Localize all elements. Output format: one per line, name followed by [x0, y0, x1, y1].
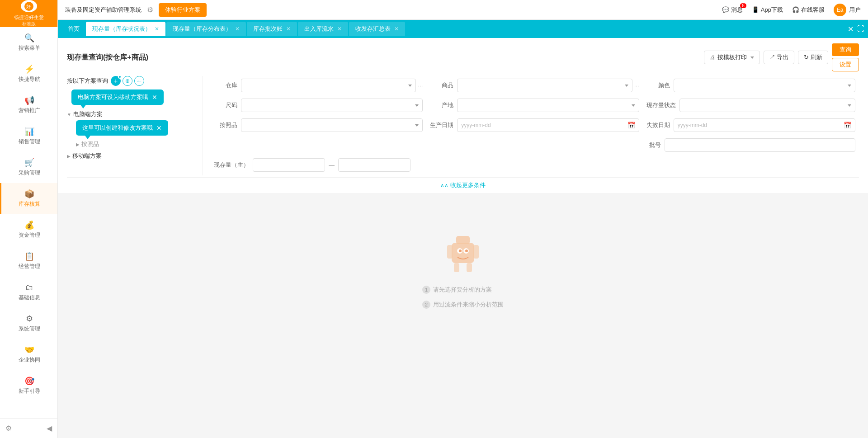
produce-date-placeholder: yyyy-mm-dd	[461, 122, 491, 128]
topbar-settings-btn[interactable]: ⚙	[147, 5, 153, 14]
sidebar-item-finance[interactable]: 💰 资金管理	[0, 214, 57, 245]
empty-tip-2: 2 用过滤条件来缩小分析范围	[422, 298, 504, 311]
back-btn[interactable]: ←	[134, 76, 144, 86]
experience-btn[interactable]: 体验行业方案	[159, 3, 207, 17]
tab-close-collect[interactable]: ✕	[394, 26, 399, 32]
sidebar-item-inventory[interactable]: 📦 库存核算	[0, 183, 57, 214]
label-category: 按照品	[214, 121, 241, 129]
field-category: 按照品	[210, 116, 426, 135]
label-color: 颜色	[646, 81, 674, 89]
online-service-btn[interactable]: 🎧 在线客服	[792, 6, 825, 14]
export-btn[interactable]: ↗ 导出	[764, 51, 795, 64]
export-icon: ↗	[769, 54, 775, 61]
tab-inventory-status[interactable]: 现存量（库存状况表） ✕	[86, 22, 165, 36]
tab-expand-icon[interactable]: ⛶	[857, 25, 864, 33]
tab-batch[interactable]: 库存批次账 ✕	[247, 22, 297, 36]
select-origin[interactable]	[457, 99, 639, 112]
tab-close-inout[interactable]: ✕	[337, 26, 342, 32]
sidebar-bottom: ⚙ ◀	[0, 418, 57, 438]
sidebar-item-purchase[interactable]: 🛒 采购管理	[0, 152, 57, 183]
select-warehouse[interactable]	[241, 79, 416, 92]
sidebar-item-marketing[interactable]: 📢 营销推广	[0, 89, 57, 121]
tab-close-inventory-status[interactable]: ✕	[155, 26, 159, 32]
tab-inventory-dist[interactable]: 现存量（库存分布表） ✕	[166, 22, 246, 36]
input-produce-date[interactable]: yyyy-mm-dd 📅	[457, 118, 639, 132]
warehouse-more-icon[interactable]: ···	[418, 82, 423, 89]
pc-scheme-arrow: ▼	[67, 112, 71, 117]
message-btn[interactable]: 💬 消息 8	[722, 6, 743, 14]
field-produce-date: 生产日期 yyyy-mm-dd 📅	[426, 116, 642, 135]
user-avatar-area[interactable]: Ea 用户	[834, 4, 861, 16]
sub-scheme-row[interactable]: ▶ 按照品	[67, 138, 203, 150]
query-panel: 现存量查询(按仓库+商品) 🖨 按模板打印 ↗ 导出 ↻ 刷新	[58, 38, 868, 193]
print-btn[interactable]: 🖨 按模板打印	[704, 51, 760, 64]
sidebar-item-newbie[interactable]: 🎯 新手引导	[0, 370, 57, 401]
tooltip2-close[interactable]: ✕	[156, 124, 162, 132]
label-warehouse: 仓库	[214, 81, 241, 89]
select-size[interactable]	[241, 99, 423, 112]
select-stock-status[interactable]	[679, 99, 855, 112]
add-scheme-btn[interactable]: +	[111, 76, 121, 86]
field-goods: 商品 ···	[426, 76, 642, 95]
input-stock-max[interactable]	[338, 158, 410, 172]
tab-close-all-icon[interactable]: ✕	[848, 25, 854, 33]
select-goods[interactable]	[457, 79, 632, 92]
size-dropdown-icon	[415, 104, 419, 107]
tabbar: 首页 现存量（库存状况表） ✕ 现存量（库存分布表） ✕ 库存批次账 ✕ 出入库…	[58, 20, 868, 38]
label-goods: 商品	[430, 81, 457, 89]
field-size: 尺码	[210, 96, 426, 115]
system-title: 装备及固定资产辅助管理系统	[65, 6, 142, 14]
input-stock-min[interactable]	[253, 158, 325, 172]
search-setting-btns: 查询 设置	[832, 43, 859, 71]
filter-label: 按以下方案查询	[67, 77, 108, 85]
sidebar-item-search[interactable]: 🔍 搜索菜单	[0, 27, 57, 58]
basic-icon: 🗂	[25, 283, 34, 292]
mobile-scheme-row[interactable]: ▶ 移动端方案	[67, 150, 203, 162]
sidebar-item-operation[interactable]: 📋 经营管理	[0, 245, 57, 277]
input-batch-no[interactable]	[665, 138, 855, 152]
pc-scheme-row[interactable]: ▼ 电脑端方案	[67, 108, 203, 120]
tab-home[interactable]: 首页	[61, 22, 86, 36]
sidebar-collapse-icon[interactable]: ◀	[47, 424, 52, 433]
mobile-scheme-arrow: ▶	[67, 154, 71, 159]
sidebar-settings-icon[interactable]: ⚙	[5, 424, 12, 433]
label-size: 尺码	[214, 101, 241, 109]
select-color[interactable]	[674, 79, 855, 92]
input-expire-date[interactable]: yyyy-mm-dd 📅	[674, 118, 855, 132]
tooltip2-arrow	[85, 136, 90, 139]
empty-state: 1 请先选择要分析的方案 2 用过滤条件来缩小分析范围	[58, 193, 868, 347]
search-btn[interactable]: 查询	[832, 43, 859, 56]
filter-row: 按以下方案查询 + ⊕ ←	[67, 76, 859, 175]
sidebar-item-enterprise[interactable]: 🤝 企业协同	[0, 339, 57, 370]
form-row-1: 仓库 ··· 商品	[210, 76, 859, 95]
field-stock-status: 现存量状态	[643, 96, 859, 115]
topbar-right: 💬 消息 8 📱 App下载 🎧 在线客服 Ea 用户	[722, 4, 861, 16]
refresh-btn[interactable]: ↻ 刷新	[798, 51, 828, 64]
purchase-icon: 🛒	[25, 158, 34, 167]
page-title: 现存量查询(按仓库+商品)	[67, 53, 148, 62]
collapse-btn[interactable]: ∧∧ 收起更多条件	[67, 177, 859, 193]
tooltip1-close[interactable]: ✕	[152, 94, 157, 101]
print-dropdown-icon	[750, 57, 754, 59]
sidebar-item-quick[interactable]: ⚡ 快捷导航	[0, 58, 57, 89]
sidebar-item-sales[interactable]: 📊 销售管理	[0, 121, 57, 152]
produce-date-cal-icon: 📅	[627, 122, 635, 129]
goods-more-icon[interactable]: ···	[634, 82, 639, 89]
sales-icon: 📊	[25, 127, 34, 136]
sidebar-item-basic[interactable]: 🗂 基础信息	[0, 277, 57, 308]
tab-inout[interactable]: 出入库流水 ✕	[298, 22, 348, 36]
tab-collect[interactable]: 收发存汇总表 ✕	[349, 22, 405, 36]
sub-scheme-arrow: ▶	[76, 142, 80, 147]
copy-scheme-btn[interactable]: ⊕	[123, 76, 132, 86]
tab-close-batch[interactable]: ✕	[286, 26, 291, 32]
app-download-btn[interactable]: 📱 App下载	[752, 6, 783, 14]
topbar: 装备及固定资产辅助管理系统 ⚙ 体验行业方案 💬 消息 8 📱 App下载 🎧 …	[58, 0, 868, 20]
form-row-3: 按照品 生产日期 yyyy-mm-dd 📅	[210, 116, 859, 135]
quick-icon: ⚡	[25, 65, 34, 74]
tab-close-inventory-dist[interactable]: ✕	[235, 26, 240, 32]
sidebar-item-system[interactable]: ⚙ 系统管理	[0, 308, 57, 339]
setting-btn[interactable]: 设置	[832, 58, 859, 71]
field-expire-date: 失效日期 yyyy-mm-dd 📅	[643, 116, 859, 135]
select-category[interactable]	[241, 118, 423, 132]
tip-num-2: 2	[422, 301, 430, 309]
